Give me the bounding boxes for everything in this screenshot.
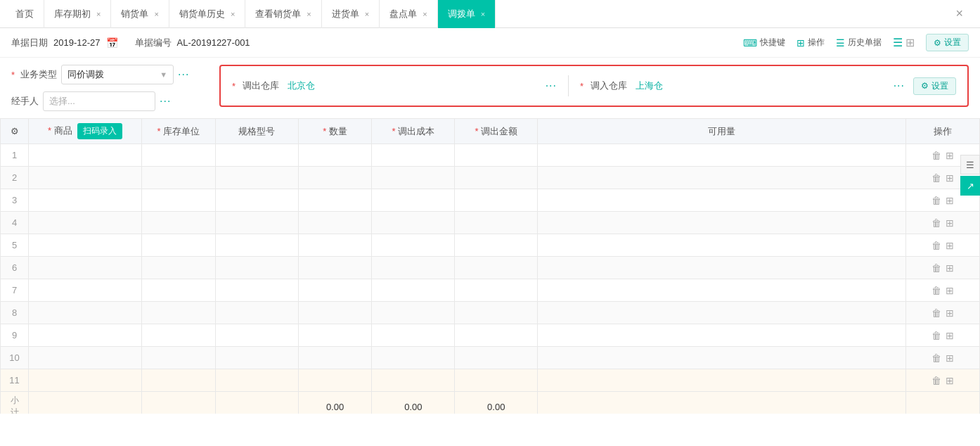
row-available-4[interactable] [538,212,906,234]
row-unit-7[interactable] [142,279,216,302]
row-product-11[interactable] [29,369,142,392]
setting-button[interactable]: ⚙ 设置 [926,34,969,51]
copy-icon-10[interactable]: ⊞ [946,352,954,364]
row-spec-6[interactable] [215,257,298,279]
history-button[interactable]: ☰ 历史单据 [836,37,882,49]
row-product-10[interactable] [29,347,142,369]
tab-close-transfer[interactable]: × [481,10,485,18]
row-unit-8[interactable] [142,302,216,324]
business-type-more-icon[interactable]: ··· [178,68,189,81]
row-unit-10[interactable] [142,347,216,369]
date-value[interactable]: 2019-12-27 [53,37,101,48]
delete-icon-10[interactable]: 🗑 [931,352,941,364]
calendar-icon[interactable]: 📅 [106,37,118,49]
row-amount-7[interactable] [455,279,538,302]
row-cost-7[interactable] [372,279,455,302]
tab-view-sales[interactable]: 查看销货单 × [245,0,321,28]
delete-icon-6[interactable]: 🗑 [931,262,941,274]
out-warehouse-value[interactable]: 北京仓 [288,79,315,92]
row-available-3[interactable] [538,189,906,212]
row-available-6[interactable] [538,257,906,279]
row-spec-10[interactable] [215,347,298,369]
row-quantity-3[interactable] [298,189,372,212]
row-amount-5[interactable] [455,234,538,257]
row-product-8[interactable] [29,302,142,324]
float-list-icon[interactable]: ☰ [960,155,980,174]
row-cost-6[interactable] [372,257,455,279]
copy-icon-8[interactable]: ⊞ [946,307,954,319]
tab-close-inventory-init[interactable]: × [96,10,101,18]
row-amount-1[interactable] [455,144,538,167]
row-cost-8[interactable] [372,302,455,324]
row-quantity-8[interactable] [298,302,372,324]
delete-icon-11[interactable]: 🗑 [931,375,941,386]
row-quantity-1[interactable] [298,144,372,167]
row-cost-10[interactable] [372,347,455,369]
row-spec-2[interactable] [215,167,298,189]
row-quantity-9[interactable] [298,324,372,347]
tab-close-view-sales[interactable]: × [307,10,311,18]
delete-icon-3[interactable]: 🗑 [931,195,941,206]
copy-icon-9[interactable]: ⊞ [946,330,954,341]
delete-icon-9[interactable]: 🗑 [931,330,941,341]
box-setting-button[interactable]: ⚙ 设置 [913,77,956,95]
scan-button[interactable]: 扫码录入 [77,123,122,139]
row-amount-9[interactable] [455,324,538,347]
row-unit-6[interactable] [142,257,216,279]
tab-close-stocktake[interactable]: × [423,10,427,18]
copy-icon-4[interactable]: ⊞ [946,217,954,229]
row-spec-11[interactable] [215,369,298,392]
tab-stocktake[interactable]: 盘点单 × [380,0,437,28]
out-warehouse-more-icon[interactable]: ··· [546,79,557,92]
row-amount-3[interactable] [455,189,538,212]
row-amount-10[interactable] [455,347,538,369]
copy-icon-6[interactable]: ⊞ [946,262,954,274]
delete-icon-5[interactable]: 🗑 [931,240,941,251]
row-available-5[interactable] [538,234,906,257]
row-spec-7[interactable] [215,279,298,302]
delete-icon-2[interactable]: 🗑 [931,172,941,184]
row-cost-2[interactable] [372,167,455,189]
tab-sales-history[interactable]: 销货单历史 × [169,0,245,28]
copy-icon-2[interactable]: ⊞ [946,172,954,184]
tab-purchase[interactable]: 进货单 × [322,0,380,28]
tab-sales[interactable]: 销货单 × [111,0,169,28]
row-quantity-2[interactable] [298,167,372,189]
row-spec-3[interactable] [215,189,298,212]
row-quantity-6[interactable] [298,257,372,279]
row-amount-8[interactable] [455,302,538,324]
window-close-button[interactable]: × [950,6,969,21]
copy-icon-5[interactable]: ⊞ [946,240,954,251]
row-unit-5[interactable] [142,234,216,257]
shortcut-button[interactable]: ⌨ 快捷键 [743,37,785,49]
row-cost-4[interactable] [372,212,455,234]
row-amount-2[interactable] [455,167,538,189]
row-unit-3[interactable] [142,189,216,212]
row-cost-1[interactable] [372,144,455,167]
row-product-5[interactable] [29,234,142,257]
tab-home[interactable]: 首页 [6,0,44,28]
tab-close-sales-history[interactable]: × [231,10,235,18]
row-quantity-7[interactable] [298,279,372,302]
row-amount-4[interactable] [455,212,538,234]
copy-icon-1[interactable]: ⊞ [946,150,954,161]
row-unit-4[interactable] [142,212,216,234]
delete-icon-1[interactable]: 🗑 [931,150,941,161]
tab-inventory-init[interactable]: 库存期初 × [44,0,111,28]
row-product-2[interactable] [29,167,142,189]
tab-close-purchase[interactable]: × [365,10,369,18]
row-available-8[interactable] [538,302,906,324]
grid-view-icon[interactable]: ⊞ [905,36,915,49]
float-expand-icon[interactable]: ↗ [960,176,980,196]
row-available-2[interactable] [538,167,906,189]
row-available-11[interactable] [538,369,906,392]
row-product-4[interactable] [29,212,142,234]
row-unit-9[interactable] [142,324,216,347]
row-quantity-4[interactable] [298,212,372,234]
row-spec-8[interactable] [215,302,298,324]
row-spec-9[interactable] [215,324,298,347]
row-unit-11[interactable] [142,369,216,392]
row-cost-9[interactable] [372,324,455,347]
delete-icon-8[interactable]: 🗑 [931,307,941,319]
row-cost-5[interactable] [372,234,455,257]
